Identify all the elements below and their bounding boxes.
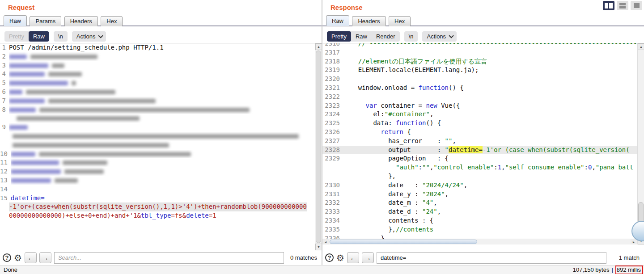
code-text	[9, 132, 315, 141]
line-number: 5	[0, 79, 9, 88]
redacted-text	[11, 178, 51, 183]
code-text	[343, 48, 637, 57]
line-number: 2327	[322, 137, 343, 146]
request-tab-params[interactable]: Params	[30, 16, 61, 26]
scroll-up-icon[interactable]: ▲	[638, 43, 644, 50]
search-prev-button[interactable]: ←	[347, 252, 359, 263]
code-line: 2334 contents : {	[322, 216, 637, 225]
code-line	[0, 141, 315, 150]
response-newline-toggle[interactable]: \n	[404, 31, 418, 42]
code-text	[9, 61, 315, 70]
request-tab-headers[interactable]: Headers	[64, 16, 98, 26]
redacted-text	[55, 178, 78, 183]
status-done: Done	[4, 266, 17, 273]
code-line: 4	[0, 70, 315, 79]
redacted-text	[64, 169, 104, 174]
code-line: 2329 pageOption : {	[322, 154, 637, 163]
response-tab-raw[interactable]: Raw	[326, 15, 349, 26]
code-line: 10	[0, 150, 315, 159]
response-searchbar: ? ⚙ ← → 1 match	[322, 250, 644, 265]
code-text: date_d : "24",	[343, 207, 637, 216]
code-text: datetime=	[11, 194, 315, 203]
help-icon[interactable]: ?	[325, 253, 334, 262]
code-line: 3	[0, 61, 315, 70]
scroll-up-icon[interactable]: ▲	[315, 43, 322, 50]
request-actions-button[interactable]: Actions	[72, 31, 106, 42]
response-tabbar: Raw Headers Hex	[322, 15, 644, 26]
code-line: -1'or+(case+when(substr(sqlite_version()…	[0, 202, 315, 211]
response-tab-hex[interactable]: Hex	[389, 16, 411, 26]
code-text	[11, 185, 315, 194]
request-editor[interactable]: 1POST /admin/setting_schedule.php HTTP/1…	[0, 43, 322, 250]
code-line: 00000000000000)+else+0+end)+and+'1&tbl_t…	[0, 211, 315, 220]
request-pretty-button[interactable]: Pretty	[4, 31, 29, 42]
scroll-down-icon[interactable]: ▼	[315, 244, 322, 250]
request-code[interactable]: 1POST /admin/setting_schedule.php HTTP/1…	[0, 43, 315, 250]
redacted-text	[48, 99, 156, 103]
request-newline-toggle[interactable]: \n	[54, 31, 68, 42]
redacted-text	[48, 72, 82, 76]
help-icon[interactable]: ?	[3, 253, 11, 262]
response-vertical-scrollbar[interactable]: ▲ ▼	[637, 43, 644, 244]
response-hscroll-thumb[interactable]	[330, 240, 477, 244]
chevron-down-icon	[98, 33, 103, 38]
search-next-button[interactable]: →	[362, 252, 374, 263]
redacted-text	[9, 108, 36, 112]
code-line: 1POST /admin/setting_schedule.php HTTP/1…	[0, 43, 315, 52]
code-line: 2	[0, 52, 315, 61]
code-line	[0, 114, 315, 123]
redacted-text	[9, 63, 48, 68]
code-text: has_error : "",	[343, 137, 637, 146]
columns-layout-icon[interactable]	[603, 1, 614, 10]
gear-icon[interactable]: ⚙	[14, 253, 22, 262]
code-text	[9, 79, 315, 88]
line-number: 2332	[322, 198, 343, 207]
line-number: 15	[0, 194, 11, 203]
line-number	[0, 202, 9, 211]
line-number: 6	[0, 88, 9, 97]
line-number: 2318	[322, 57, 343, 66]
response-code[interactable]: 2316 // --------------------------------…	[322, 43, 637, 244]
response-tab-headers[interactable]: Headers	[352, 16, 386, 26]
line-number	[0, 211, 9, 220]
request-raw-button[interactable]: Raw	[29, 31, 49, 42]
scroll-right-icon[interactable]: ►	[631, 239, 637, 244]
request-tab-raw[interactable]: Raw	[4, 15, 27, 26]
status-bar: Done 107,150 bytes | 892 millis	[0, 265, 644, 274]
request-match-count: 0 matches	[287, 254, 319, 261]
search-next-button[interactable]: →	[39, 252, 51, 263]
response-view-mode-group: Pretty Raw Render	[327, 31, 400, 42]
line-number: 2325	[322, 119, 343, 128]
response-panel: Response Raw Headers Hex Pretty Raw Rend…	[322, 0, 644, 265]
request-vertical-scrollbar[interactable]: ▲ ▼	[315, 43, 322, 250]
response-actions-button[interactable]: Actions	[422, 31, 457, 42]
line-number: 11	[0, 158, 11, 167]
response-raw-button[interactable]: Raw	[351, 31, 372, 42]
code-line: 2322	[322, 93, 637, 101]
request-panel: Request Raw Params Headers Hex Pretty Ra…	[0, 0, 322, 265]
request-searchbar: ? ⚙ ← → 0 matches	[0, 250, 322, 265]
code-text: date : "2024/4/24",	[343, 181, 637, 190]
code-text	[9, 52, 315, 61]
single-layout-icon[interactable]	[631, 1, 642, 10]
request-toolbar: Pretty Raw \n Actions	[0, 30, 322, 43]
response-search-input[interactable]	[377, 252, 606, 264]
line-number	[322, 172, 343, 181]
rows-layout-icon[interactable]	[617, 1, 628, 10]
scroll-left-icon[interactable]: ◄	[322, 239, 329, 244]
search-prev-button[interactable]: ←	[25, 252, 37, 263]
response-editor[interactable]: 2316 // --------------------------------…	[322, 43, 644, 244]
request-search-input[interactable]	[54, 252, 284, 264]
response-pretty-button[interactable]: Pretty	[327, 31, 351, 42]
request-tab-hex[interactable]: Hex	[101, 16, 123, 26]
gear-icon[interactable]: ⚙	[336, 253, 344, 262]
request-view-mode-group: Pretty Raw	[4, 31, 49, 42]
line-number: 2330	[322, 181, 343, 190]
response-render-button[interactable]: Render	[372, 31, 400, 42]
code-line: 2333 date_d : "24",	[322, 207, 637, 216]
line-number: 7	[0, 97, 9, 105]
code-line: 8	[0, 105, 315, 114]
response-horizontal-scrollbar[interactable]: ◄ ►	[322, 239, 637, 244]
request-scroll-thumb[interactable]	[316, 51, 321, 243]
redacted-text	[9, 90, 22, 94]
